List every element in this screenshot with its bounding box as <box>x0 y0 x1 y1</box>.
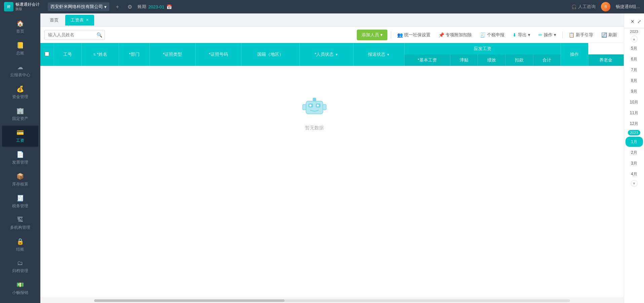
invoice-icon: 📄 <box>16 151 24 158</box>
extra-deduct-label: 专项附加扣除 <box>446 32 472 38</box>
sidebar-item-fund[interactable]: 💰 资金管理 <box>2 82 38 103</box>
th-payroll-group: 应发工资 <box>404 43 561 54</box>
sidebar-label-close: 结账 <box>16 247 24 252</box>
select-all-checkbox[interactable] <box>45 52 49 56</box>
month-item-1[interactable]: 1月 <box>626 137 643 147</box>
home-icon: 🏠 <box>16 20 24 27</box>
sidebar-item-ledger[interactable]: 📒 总账 <box>2 38 38 59</box>
th-action: 操作 <box>561 43 588 66</box>
tab-home-label: 首页 <box>50 17 59 23</box>
th-name: ⇅ *姓名 <box>81 43 119 66</box>
export-label: 导出 <box>518 32 527 38</box>
table-wrap: 工号 ⇅ *姓名 *部门 *证照类型 *证照号码 国籍（地区） *人员状态 ▼ … <box>40 43 624 298</box>
close-period-icon: 🔒 <box>16 238 24 245</box>
export-icon: ⬇ <box>513 32 517 38</box>
social-security-icon: 👥 <box>397 32 403 38</box>
sidebar-item-payroll[interactable]: 💳 工资 <box>2 126 38 147</box>
month-item-3[interactable]: 3月 <box>626 158 643 168</box>
sidebar-item-home[interactable]: 🏠 首页 <box>2 16 38 38</box>
guide-button[interactable]: 📋 新手引导 <box>566 31 596 39</box>
search-wrap: 🔍 <box>44 30 105 40</box>
tax-declare-button[interactable]: 🧾 个税申报 <box>477 31 507 39</box>
multi-icon: 🏗 <box>17 216 23 223</box>
inventory-icon: 📦 <box>16 173 24 180</box>
month-item-5[interactable]: 5月 <box>626 43 643 53</box>
sidebar-item-close[interactable]: 🔒 结账 <box>2 234 38 256</box>
svg-point-4 <box>317 104 319 106</box>
search-input[interactable] <box>44 30 105 40</box>
th-allowance: 津贴 <box>450 54 478 66</box>
tab-home[interactable]: 首页 <box>44 15 64 26</box>
payroll-icon: 💳 <box>16 129 24 136</box>
month-item-6[interactable]: 6月 <box>626 54 643 64</box>
customer-service-button[interactable]: 🎧 人工咨询 <box>571 4 596 10</box>
sidebar-label-expense: 小畅报销 <box>12 290 28 296</box>
month-item-7[interactable]: 7月 <box>626 65 643 75</box>
refresh-button[interactable]: 🔄 刷新 <box>599 31 620 39</box>
month-item-9[interactable]: 9月 <box>626 86 643 96</box>
logo-icon: 好 <box>4 2 13 11</box>
search-icon: 🔍 <box>97 32 102 38</box>
svg-rect-8 <box>323 104 326 110</box>
extra-deduct-icon: 📌 <box>439 32 444 38</box>
year-badge: 2023 <box>628 130 640 135</box>
month-item-10[interactable]: 10月 <box>626 97 643 107</box>
status-filter-icon[interactable]: ▼ <box>335 53 338 56</box>
sidebar-label-report: 云报表中心 <box>10 72 30 78</box>
sidebar-item-asset[interactable]: 🏢 固定资产 <box>2 104 38 125</box>
sidebar-item-archive[interactable]: 🗂 归档管理 <box>2 256 38 277</box>
month-item-11[interactable]: 11月 <box>626 108 643 118</box>
period-label: 账期 <box>138 4 146 10</box>
month-item-4[interactable]: 4月 <box>626 169 643 179</box>
settings-icon[interactable]: ⚙ <box>125 3 134 11</box>
user-avatar[interactable]: B <box>601 2 610 11</box>
extra-deduct-button[interactable]: 📌 专项附加扣除 <box>436 31 475 39</box>
sidebar-item-expense[interactable]: 💵 小畅报销 <box>2 278 38 299</box>
period-value: 2023-01 <box>148 4 164 9</box>
calendar-icon[interactable]: 📅 <box>166 4 172 9</box>
operations-button[interactable]: ✏ 操作 ▾ <box>536 31 559 39</box>
tab-payroll-label: 工资表 <box>71 17 84 23</box>
expand-panel-button[interactable]: ⤢ <box>637 18 642 25</box>
chevron-down-icon: ▾ <box>104 4 107 9</box>
add-company-button[interactable]: ＋ <box>113 3 122 11</box>
sidebar-item-report[interactable]: ☁ 云报表中心 <box>2 60 38 81</box>
sidebar-label-asset: 固定资产 <box>12 116 28 122</box>
close-panel-button[interactable]: ✕ <box>630 18 635 25</box>
sidebar-item-inventory[interactable]: 📦 库存核算 <box>2 169 38 190</box>
sidebar-item-multi[interactable]: 🏗 多机构管理 <box>2 213 38 234</box>
guide-label: 新手引导 <box>576 32 593 38</box>
horizontal-scrollbar[interactable] <box>94 299 570 302</box>
ledger-icon: 📒 <box>16 42 24 49</box>
tab-payroll-table[interactable]: 工资表 ✕ <box>65 15 94 26</box>
empty-state-cell: 暂无数据 <box>40 66 588 158</box>
operations-label: 操作 <box>544 32 553 38</box>
sidebar-label-multi: 多机构管理 <box>10 225 30 230</box>
month-item-8[interactable]: 8月 <box>626 76 643 86</box>
scrollbar-thumb[interactable] <box>94 299 285 302</box>
payroll-table: 工号 ⇅ *姓名 *部门 *证照类型 *证照号码 国籍（地区） *人员状态 ▼ … <box>40 43 624 158</box>
sidebar-item-invoice[interactable]: 📄 发票管理 <box>2 147 38 169</box>
social-security-button[interactable]: 👥 统一社保设置 <box>394 31 433 39</box>
export-button[interactable]: ⬇ 导出 ▾ <box>510 31 533 39</box>
logo-subtitle: 旗版 <box>15 7 40 11</box>
sidebar-item-tax[interactable]: 🧾 税务管理 <box>2 191 38 212</box>
month-item-12[interactable]: 12月 <box>626 119 643 129</box>
sidebar-label-ledger: 总账 <box>16 50 24 56</box>
add-person-button[interactable]: 添加人员 ▾ <box>357 30 387 40</box>
tab-bar: 首页 工资表 ✕ <box>40 13 624 27</box>
month-item-2[interactable]: 2月 <box>626 147 643 158</box>
tab-close-icon[interactable]: ✕ <box>86 18 89 22</box>
next-year-button[interactable]: ▼ <box>631 180 638 187</box>
empty-state: 暂无数据 <box>40 66 588 158</box>
th-total: 合计 <box>533 54 561 66</box>
report-filter-icon[interactable]: ▼ <box>386 53 390 56</box>
headphone-icon: 🎧 <box>571 4 577 9</box>
sidebar-item-basic[interactable]: ⚙ 基础设置 <box>2 300 38 303</box>
svg-rect-7 <box>303 104 306 110</box>
prev-year-button[interactable]: ▲ <box>631 36 638 42</box>
th-performance: 绩效 <box>478 54 505 66</box>
company-selector[interactable]: 西安虾米网络科技有限公司 ▾ <box>48 2 109 11</box>
sort-name-icon[interactable]: ⇅ <box>93 53 96 56</box>
th-deduction: 扣款 <box>505 54 533 66</box>
